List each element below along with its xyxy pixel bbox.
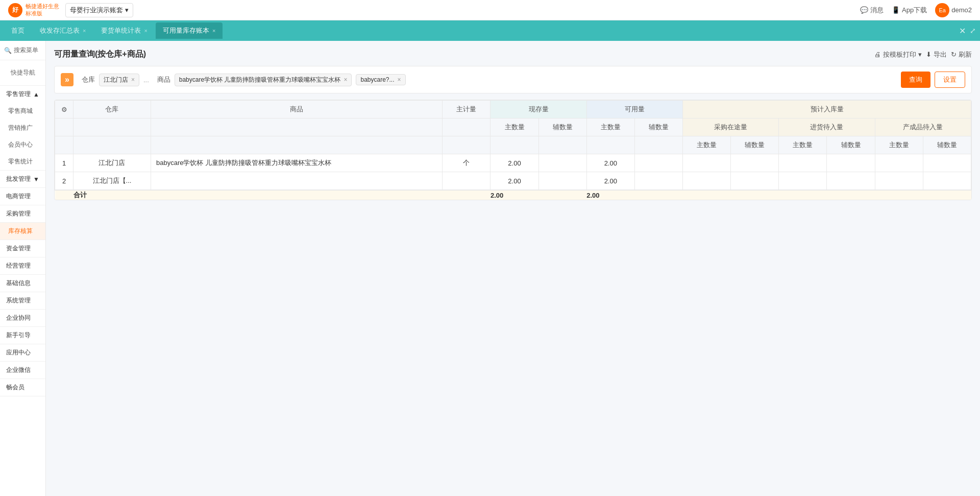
logo-area: 好 畅捷通好生意 标准版 <box>8 3 59 17</box>
col-incoming-label: 进货待入量 <box>779 119 875 136</box>
template-print-button[interactable]: 🖨 按模板打印 ▾ <box>874 50 922 59</box>
footer-stock-main: 2.00 <box>491 190 538 200</box>
tab-order-stats[interactable]: 要货单统计表 × <box>94 22 154 39</box>
footer-empty2 <box>151 190 442 200</box>
sidebar-enterprise-header[interactable]: 企业协同 <box>0 310 45 326</box>
row-warehouse: 江北门店 <box>74 154 151 172</box>
col-avail-main-header: 主数量 <box>586 119 634 136</box>
sidebar-item-retail-mall[interactable]: 零售商城 <box>0 103 45 120</box>
message-button[interactable]: 💬 消息 <box>860 6 884 15</box>
row-incoming-main <box>779 172 827 191</box>
close-tab3-icon[interactable]: × <box>212 28 215 34</box>
query-button[interactable]: 查询 <box>901 72 930 88</box>
sidebar-ecommerce-header[interactable]: 电商管理 <box>0 188 45 205</box>
org-selector[interactable]: 母婴行业演示账套 ▾ <box>65 3 133 17</box>
data-table-container: ⚙ 仓库 商品 主计量 现存量 可用量 预计入库量 <box>54 100 972 200</box>
sidebar-wholesale-header[interactable]: 批发管理 ▼ <box>0 171 45 187</box>
row-avail-main: 2.00 <box>586 172 634 191</box>
row-index: 1 <box>55 154 74 172</box>
col-warehouse-sub <box>74 119 151 136</box>
sidebar-search[interactable]: 🔍 搜索菜单 <box>0 41 45 60</box>
sidebar-section-retail: 零售管理 ▲ 零售商城 营销推广 会员中心 零售统计 <box>0 86 45 171</box>
sidebar-wechat-header[interactable]: 企业微信 <box>0 362 45 379</box>
settings-button[interactable]: 设置 <box>935 72 965 88</box>
footer-avail-aux <box>634 190 682 200</box>
sidebar-item-retail-stats[interactable]: 零售统计 <box>0 153 45 170</box>
content-area: 可用量查询(按仓库+商品) 🖨 按模板打印 ▾ ⬇ 导出 ↻ 刷新 <box>46 41 980 496</box>
sidebar-section-basic-info: 基础信息 <box>0 275 45 292</box>
warehouse-filter-value[interactable]: 江北门店 × <box>99 74 139 86</box>
row-avail-main: 2.00 <box>586 154 634 172</box>
row-purchase-aux <box>731 154 779 172</box>
sidebar-item-quick-nav[interactable]: 快捷导航 <box>0 64 45 81</box>
sidebar-section-newuser: 新手引导 <box>0 327 45 344</box>
row-stock-main: 2.00 <box>491 172 538 191</box>
logo-text: 畅捷通好生意 标准版 <box>26 3 59 16</box>
row-unit: 个 <box>443 154 491 172</box>
col-settings-sub2 <box>55 136 74 154</box>
sidebar-inventory-header[interactable]: 库存核算 <box>0 223 45 240</box>
close-tab2-icon[interactable]: × <box>144 28 147 34</box>
sidebar-purchase-header[interactable]: 采购管理 <box>0 205 45 222</box>
tab-available-inventory[interactable]: 可用量库存账本 × <box>156 22 223 39</box>
remove-product2-icon[interactable]: × <box>398 76 401 83</box>
col-incoming-main-header: 主数量 <box>779 136 827 154</box>
sidebar-system-header[interactable]: 系统管理 <box>0 292 45 309</box>
sidebar-basic-info-header[interactable]: 基础信息 <box>0 275 45 292</box>
product-filter-value1[interactable]: babycare学饮杯 儿童防摔防撞吸管杯重力球吸嘴杯宝宝水杯 × <box>175 74 352 86</box>
product-filter-value2[interactable]: babycare?... × <box>356 74 405 85</box>
row-product: babycare学饮杯 儿童防摔防撞吸管杯重力球吸嘴杯宝宝水杯 <box>151 154 442 172</box>
tab-receive-summary[interactable]: 收发存汇总表 × <box>33 22 93 39</box>
footer-production-main <box>875 190 923 200</box>
col-stock-main-header: 主数量 <box>491 119 538 136</box>
sidebar-item-marketing[interactable]: 营销推广 <box>0 120 45 136</box>
sidebar-appcenter-header[interactable]: 应用中心 <box>0 344 45 361</box>
sidebar-member-header[interactable]: 畅会员 <box>0 379 45 396</box>
row-avail-aux <box>634 172 682 191</box>
export-button[interactable]: ⬇ 导出 <box>926 50 947 59</box>
row-product <box>151 172 442 191</box>
nav-tabs: 首页 收发存汇总表 × 要货单统计表 × 可用量库存账本 × ✕ ⤢ <box>0 20 980 41</box>
arrow-up-icon: ▲ <box>33 91 39 98</box>
tab-home[interactable]: 首页 <box>4 22 32 39</box>
col-forecast-header: 预计入库量 <box>683 101 971 119</box>
refresh-button[interactable]: ↻ 刷新 <box>951 50 972 59</box>
col-purchase-main-header: 主数量 <box>683 136 731 154</box>
app-download-button[interactable]: 📱 App下载 <box>892 6 927 15</box>
col-product-sub <box>151 119 442 136</box>
close-all-tabs-icon[interactable]: ✕ <box>959 26 966 36</box>
arrow-down-icon: ▼ <box>33 176 39 183</box>
sidebar-finance-header[interactable]: 资金管理 <box>0 240 45 257</box>
main-layout: 🔍 搜索菜单 快捷导航 零售管理 ▲ 零售商城 营销推广 会员中心 零售统计 批… <box>0 41 980 496</box>
top-bar-left: 好 畅捷通好生意 标准版 母婴行业演示账套 ▾ <box>8 3 133 17</box>
footer-purchase-aux <box>731 190 779 200</box>
col-stock-aux-header: 辅数量 <box>538 119 586 136</box>
sidebar-section-member: 畅会员 <box>0 379 45 396</box>
row-unit <box>443 172 491 191</box>
col-settings[interactable]: ⚙ <box>55 101 74 119</box>
filter-expand-button[interactable]: » <box>61 73 74 86</box>
close-tab1-icon[interactable]: × <box>83 28 86 34</box>
sidebar-item-member-center[interactable]: 会员中心 <box>0 136 45 153</box>
row-production-main <box>875 154 923 172</box>
row-incoming-aux <box>827 172 875 191</box>
chevron-down-icon: ▾ <box>125 6 129 14</box>
col-incoming-aux-header: 辅数量 <box>827 136 875 154</box>
user-profile[interactable]: Ea demo2 <box>935 3 972 17</box>
sidebar-newuser-header[interactable]: 新手引导 <box>0 327 45 344</box>
row-production-aux <box>923 172 971 191</box>
top-bar-right: 💬 消息 📱 App下载 Ea demo2 <box>860 3 972 17</box>
chevron-down-icon2: ▾ <box>918 51 922 58</box>
table-row: 2 江北门店【... 2.00 2.00 <box>55 172 971 191</box>
warehouse-more[interactable]: ... <box>143 76 149 84</box>
sidebar-operations-header[interactable]: 经营管理 <box>0 257 45 274</box>
expand-icon[interactable]: ⤢ <box>970 27 976 35</box>
sidebar-retail-header[interactable]: 零售管理 ▲ <box>0 86 45 103</box>
filter-actions: 查询 设置 <box>901 72 965 88</box>
remove-warehouse-icon[interactable]: × <box>131 76 135 83</box>
remove-product1-icon[interactable]: × <box>344 76 347 83</box>
col-production-label: 产成品待入量 <box>875 119 971 136</box>
sidebar-quick-nav: 快捷导航 <box>0 60 45 86</box>
col-purchase-label: 采购在途量 <box>683 119 779 136</box>
sidebar-section-wechat: 企业微信 <box>0 362 45 379</box>
